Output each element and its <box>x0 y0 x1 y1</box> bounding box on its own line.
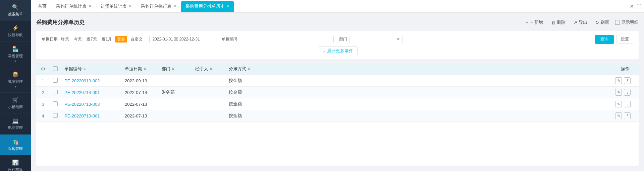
last7days-btn[interactable]: 近7天 <box>85 36 98 42</box>
doc-no-label: 单据编号 <box>222 36 238 42</box>
tab-bar-actions: ✕ ⛶ <box>630 4 641 9</box>
row-checkbox-cell[interactable] <box>50 110 61 122</box>
export-button[interactable]: ↗ 导出 <box>572 18 589 27</box>
sidebar-item-label: 快捷导航 <box>8 32 23 37</box>
more-action-icon[interactable]: ⋮ <box>624 77 631 84</box>
table-header-row: ⚙ 单据编号 ⇅ 单据日期 <box>36 63 639 75</box>
row-checkbox[interactable] <box>53 78 58 83</box>
sidebar-item-search[interactable]: 🔍 搜索菜单 <box>0 0 31 21</box>
show-col-checkbox[interactable] <box>615 20 620 25</box>
row-index: 4 <box>36 110 50 122</box>
row-actions: ✎ ⋮ <box>612 87 639 98</box>
tab-po-summary[interactable]: 采购订单统计表 ✕ <box>52 1 96 12</box>
row-checkbox[interactable] <box>53 101 58 106</box>
sidebar-item-inventory[interactable]: 📊 库存核算 <box>0 155 31 171</box>
sidebar-item-label: 批发管理 <box>8 79 23 84</box>
th-settings[interactable]: ⚙ <box>36 63 50 75</box>
yesterday-btn[interactable]: 昨天 <box>60 36 70 42</box>
close-icon[interactable]: ✕ <box>129 4 131 8</box>
close-icon[interactable]: ✕ <box>173 4 176 8</box>
sidebar-item-small-ec[interactable]: 🛒 小畅电商 <box>0 93 31 113</box>
row-doc-no: PE-20220714-001 <box>61 87 121 98</box>
sort-icon[interactable]: ⇅ <box>172 67 174 71</box>
row-split-method: 按金额 <box>225 98 612 110</box>
header-checkbox[interactable] <box>53 66 58 71</box>
row-actions: ✎ ⋮ <box>612 75 639 87</box>
sort-icon[interactable]: ⇅ <box>210 67 212 71</box>
query-button[interactable]: 查询 <box>595 35 614 44</box>
doc-no-input[interactable] <box>240 36 334 43</box>
export-label: 导出 <box>579 19 587 25</box>
tab-po-exec[interactable]: 采购订单执行表 ✕ <box>137 1 180 12</box>
row-checkbox[interactable] <box>53 90 58 94</box>
filter-area: 单据日期 昨天 今天 近7天 近1月 更多 自定义 单据编号 <box>36 31 639 59</box>
sidebar: 🔍 搜索菜单 ⚡ 快捷导航 🏪 零售管理 ▼ 📦 批发管理 ▼ 🛒 小畅电商 💻… <box>0 0 31 171</box>
refresh-button[interactable]: ↻ 刷新 <box>593 18 611 27</box>
expand-button[interactable]: ⌄ 展开更多条件 <box>318 47 358 55</box>
tab-home-label: 首页 <box>38 3 47 9</box>
doc-no-link[interactable]: PE-20220713-001 <box>64 113 100 118</box>
sort-icon[interactable]: ⇅ <box>144 67 146 71</box>
maximize-icon[interactable]: ⛶ <box>637 4 641 9</box>
edit-icon[interactable]: ✎ <box>615 101 622 107</box>
sort-icon[interactable]: ⇅ <box>248 67 250 71</box>
date-range-input[interactable] <box>149 36 216 43</box>
th-op-label: 操作 <box>621 66 630 71</box>
row-doc-date: 2022-07-14 <box>121 87 158 98</box>
th-dept-label: 部门 <box>162 66 170 72</box>
today-btn[interactable]: 今天 <box>72 36 83 42</box>
th-check[interactable] <box>50 63 61 75</box>
more-action-icon[interactable]: ⋮ <box>624 101 631 107</box>
close-icon[interactable]: ✕ <box>89 4 91 8</box>
sidebar-item-wholesale[interactable]: 📦 批发管理 ▼ <box>0 67 31 93</box>
add-button[interactable]: ＋ + 新增 <box>523 18 545 27</box>
row-checkbox-cell[interactable] <box>50 75 61 87</box>
show-col-button[interactable]: 显示明细 <box>615 19 639 25</box>
dept-filter: 部门 财务部 <box>339 36 403 43</box>
row-index: 3 <box>36 98 50 110</box>
tab-bar: 首页 采购订单统计表 ✕ 进货单统计表 ✕ 采购订单执行表 ✕ 采购费用分摊单历… <box>31 0 644 13</box>
more-action-icon[interactable]: ⋮ <box>624 89 631 96</box>
dept-select[interactable]: 财务部 <box>349 36 403 43</box>
row-dept <box>158 98 192 110</box>
data-table: ⚙ 单据编号 ⇅ 单据日期 <box>36 63 639 122</box>
sidebar-item-ec-mgmt[interactable]: 💻 电商管理 <box>0 113 31 134</box>
delete-icon: 🗑 <box>551 20 555 25</box>
settings-icon[interactable]: ⚙ <box>41 66 45 72</box>
page-header: 采购费用分摊单历史 ＋ + 新增 🗑 删除 ↗ 导出 ↻ 刷新 <box>36 18 639 27</box>
sidebar-item-label: 采购管理 <box>8 146 23 151</box>
row-index: 2 <box>36 87 50 98</box>
tab-inbound-summary[interactable]: 进货单统计表 ✕ <box>96 1 136 12</box>
row-checkbox-cell[interactable] <box>50 87 61 98</box>
sidebar-item-label: 小畅电商 <box>8 104 23 109</box>
th-dept: 部门 ⇅ <box>158 63 192 75</box>
tab-home[interactable]: 首页 <box>34 1 51 12</box>
sidebar-item-label: 零售管理 <box>8 54 23 58</box>
sidebar-item-retail[interactable]: 🏪 零售管理 ▼ <box>0 42 31 67</box>
close-window-icon[interactable]: ✕ <box>630 4 634 9</box>
last1month-btn[interactable]: 近1月 <box>100 36 113 42</box>
custom-btn[interactable]: 自定义 <box>129 36 144 42</box>
close-icon[interactable]: ✕ <box>227 4 229 8</box>
more-action-icon[interactable]: ⋮ <box>624 112 631 119</box>
doc-no-link[interactable]: PE-20220919-002 <box>64 78 100 83</box>
doc-no-link[interactable]: PE-20220713-003 <box>64 102 100 107</box>
edit-icon[interactable]: ✎ <box>615 89 622 96</box>
th-doc-no: 单据编号 ⇅ <box>61 63 121 75</box>
edit-icon[interactable]: ✎ <box>615 77 622 84</box>
tab-cost-split[interactable]: 采购费用分摊单历史 ✕ <box>181 1 234 12</box>
row-checkbox[interactable] <box>53 113 58 118</box>
settings-button[interactable]: 设置 <box>616 35 633 44</box>
row-checkbox-cell[interactable] <box>50 98 61 110</box>
doc-no-link[interactable]: PE-20220714-001 <box>64 90 100 95</box>
sort-icon[interactable]: ⇅ <box>83 67 86 71</box>
delete-button[interactable]: 🗑 删除 <box>549 18 568 27</box>
edit-icon[interactable]: ✎ <box>615 112 622 119</box>
content-area: 采购费用分摊单历史 ＋ + 新增 🗑 删除 ↗ 导出 ↻ 刷新 <box>31 13 644 171</box>
sidebar-item-quick-nav[interactable]: ⚡ 快捷导航 <box>0 21 31 41</box>
main-area: 首页 采购订单统计表 ✕ 进货单统计表 ✕ 采购订单执行表 ✕ 采购费用分摊单历… <box>31 0 644 171</box>
delete-label: 删除 <box>557 19 566 25</box>
row-doc-date: 2022-07-13 <box>121 98 158 110</box>
sidebar-item-purchase[interactable]: 🛍️ 采购管理 <box>0 135 31 155</box>
more-btn[interactable]: 更多 <box>115 36 127 42</box>
